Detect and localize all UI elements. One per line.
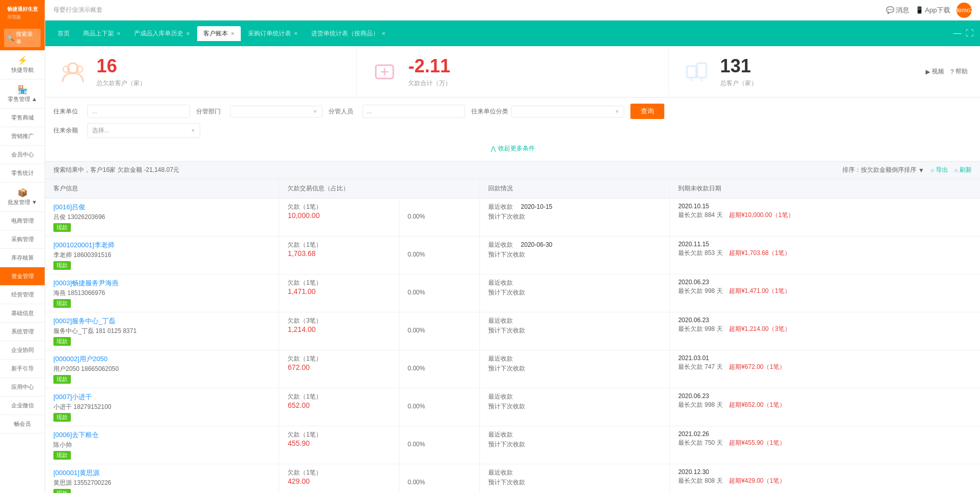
last-payment-label: 最近收款 xyxy=(488,393,513,400)
refresh-btn[interactable]: ○ 刷新 xyxy=(954,166,972,174)
sidebar-item-pifa[interactable]: 📦 批发管理 ▼ xyxy=(0,183,45,212)
overdue-amount[interactable]: 超期¥1,703.68（1笔） xyxy=(729,249,791,257)
overdue-info: 最长欠款 998 天 超期¥652.00（1笔） xyxy=(678,401,972,409)
tab-home[interactable]: 首页 xyxy=(51,26,76,41)
sidebar-item-xitong[interactable]: 系统管理 xyxy=(0,323,45,341)
sidebar-item-lingshoutj[interactable]: 零售统计 xyxy=(0,164,45,183)
overdue-amount[interactable]: 超期¥1,471.00（1笔） xyxy=(729,287,791,294)
refresh-label: 刷新 xyxy=(959,166,972,174)
debt-count-cell: 欠款（1笔） 429.00 xyxy=(279,464,399,494)
customer-name[interactable]: [0007]小进干 xyxy=(53,392,271,402)
unit-category-chevron: ▼ xyxy=(614,109,620,114)
collapse-filters-btn[interactable]: ⋀ 收起更多条件 xyxy=(53,142,972,155)
sidebar-item-shangcheng[interactable]: 零售商城 xyxy=(0,109,45,127)
app-download-btn[interactable]: 📱 App下载 xyxy=(915,6,950,15)
tab-purchase-stat[interactable]: 进货单统计表（按商品） ✕ xyxy=(305,26,392,41)
tab-purchase-order[interactable]: 采购订单统计表 ✕ xyxy=(242,26,304,41)
table-row: [0007]小进干 小进干 18279152100 现款 欠款（1笔） 652.… xyxy=(45,388,980,426)
table-row: [000002]用户2050 用户2050 18665062050 现款 欠款（… xyxy=(45,350,980,388)
next-payment: 预计下次收款 xyxy=(488,478,661,487)
svg-rect-6 xyxy=(690,77,693,82)
recovery-cell: 最近收款 预计下次收款 xyxy=(479,464,669,494)
balance-select[interactable]: 选择... ▼ xyxy=(87,123,200,138)
tab-customer-account[interactable]: 客户账本 ✕ xyxy=(197,26,241,41)
debt-amount[interactable]: 455.90 xyxy=(287,439,391,447)
sidebar-item-xinshou[interactable]: 新手引导 xyxy=(0,360,45,378)
tab-bar-maximize[interactable]: ⛶ xyxy=(966,29,974,38)
user-avatar[interactable]: demo2 xyxy=(956,3,972,18)
tab-goods-label: 商品上下架 xyxy=(83,29,114,38)
dept-select[interactable]: ▼ xyxy=(230,106,322,117)
overdue-amount[interactable]: 超期¥1,214.00（3笔） xyxy=(729,325,791,332)
sidebar-search[interactable]: 🔍 搜索菜单 xyxy=(0,26,45,50)
sidebar-item-changhui[interactable]: 畅会员 xyxy=(0,415,45,433)
tab-bar-minimize[interactable]: — xyxy=(953,29,962,38)
debt-amount[interactable]: 10,000.00 xyxy=(287,211,391,220)
sidebar-item-yingxiao[interactable]: 营销推广 xyxy=(0,127,45,146)
sidebar-item-zijin[interactable]: 资金管理 xyxy=(0,267,45,286)
debt-amount[interactable]: 429.00 xyxy=(287,477,391,485)
overdue-amount[interactable]: 超期¥672.00（1笔） xyxy=(729,363,785,370)
sidebar-item-qiye[interactable]: 企业协同 xyxy=(0,341,45,360)
sidebar-item-caigou[interactable]: 采购管理 xyxy=(0,230,45,249)
tab-production-close[interactable]: ✕ xyxy=(186,31,190,36)
recovery-info: 最近收款 xyxy=(488,279,661,287)
customer-name[interactable]: [000002]用户2050 xyxy=(53,354,271,364)
video-btn[interactable]: ▶ 视频 xyxy=(926,67,944,76)
debt-amount[interactable]: 672.00 xyxy=(287,363,391,371)
overdue-amount[interactable]: 超期¥652.00（1笔） xyxy=(729,401,785,408)
overdue-amount[interactable]: 超期¥10,000.00（1笔） xyxy=(729,211,794,219)
tab-goods[interactable]: 商品上下架 ✕ xyxy=(77,26,127,41)
svg-rect-5 xyxy=(697,63,706,77)
source-unit-input[interactable]: ... xyxy=(87,105,190,118)
sidebar-item-jingying[interactable]: 经营管理 xyxy=(0,286,45,304)
sidebar-item-huiyuan[interactable]: 会员中心 xyxy=(0,146,45,164)
customer-name[interactable]: [0016]吕俊 xyxy=(53,203,271,212)
recovery-info: 最近收款 2020-10-15 xyxy=(488,203,661,211)
debt-amount[interactable]: 1,703.68 xyxy=(287,249,391,258)
sidebar-nav: ⚡ 快捷导航 🏪 零售管理 ▲ 零售商城 营销推广 会员中心 零售统计 📦 批发… xyxy=(0,50,45,493)
sidebar-item-weixin[interactable]: 企业微信 xyxy=(0,397,45,415)
sidebar-item-dianshang[interactable]: 电商管理 xyxy=(0,212,45,230)
tab-purchase-stat-close[interactable]: ✕ xyxy=(381,31,386,36)
debt-percent: 0.00% xyxy=(408,479,471,486)
table-row: [0003]畅捷服务尹海燕 海燕 18513066976 现款 欠款（1笔） 1… xyxy=(45,274,980,312)
sidebar-item-lingshou[interactable]: 🏪 零售管理 ▲ xyxy=(0,80,45,109)
search-button[interactable]: 查询 xyxy=(630,104,664,119)
customer-name[interactable]: [0001020001]李老师 xyxy=(53,241,271,250)
tab-purchase-order-close[interactable]: ✕ xyxy=(294,31,298,36)
debt-percent: 0.00% xyxy=(408,441,471,448)
sort-btn[interactable]: 排序：按欠款金额倒序排序 ▼ xyxy=(842,166,925,174)
message-btn[interactable]: 💬 消息 xyxy=(886,6,909,15)
search-menu-box[interactable]: 🔍 搜索菜单 xyxy=(4,29,41,47)
debt-amount[interactable]: 652.00 xyxy=(287,401,391,409)
debt-amount[interactable]: 1,214.00 xyxy=(287,325,391,333)
recovery-cell: 最近收款 预计下次收款 xyxy=(479,350,669,388)
sidebar-item-changhui-label: 畅会员 xyxy=(2,420,43,428)
unit-category-select[interactable]: ▼ xyxy=(511,106,624,117)
person-input[interactable]: ... xyxy=(362,105,465,118)
debt-count-cell: 欠款（1笔） 672.00 xyxy=(279,350,399,388)
debt-percent-cell: 0.00% xyxy=(399,388,479,426)
customer-info-cell: [0002]服务中心_丁磊 服务中心_丁磊 181 0125 8371 现款 xyxy=(45,312,279,350)
export-btn[interactable]: ○ 导出 xyxy=(931,166,948,174)
sidebar-item-kucun[interactable]: 库存核算 xyxy=(0,249,45,267)
customer-name[interactable]: [000001]黄思源 xyxy=(53,468,271,478)
sidebar-item-jichu[interactable]: 基础信息 xyxy=(0,304,45,323)
table-row: [000001]黄思源 黄思源 13552700226 现款 欠款（1笔） 42… xyxy=(45,464,980,494)
stat-actions: ▶ 视频 ? 帮助 xyxy=(926,67,968,76)
customer-name[interactable]: [0006]去下粮仓 xyxy=(53,430,271,440)
overdue-amount[interactable]: 超期¥455.90（1笔） xyxy=(729,439,785,446)
sidebar-item-kuaijie[interactable]: ⚡ 快捷导航 xyxy=(0,50,45,80)
tab-goods-close[interactable]: ✕ xyxy=(117,31,121,36)
customer-name[interactable]: [0002]服务中心_丁磊 xyxy=(53,317,271,326)
tab-customer-account-close[interactable]: ✕ xyxy=(230,31,235,36)
sidebar-item-yingyong[interactable]: 应用中心 xyxy=(0,378,45,397)
balance-field: 往来余额 选择... ▼ xyxy=(53,123,200,138)
overdue-amount[interactable]: 超期¥429.00（1笔） xyxy=(729,477,785,484)
filter-bar: 往来单位 ... 分管部门 ▼ 分管人员 ... 往来单位分类 xyxy=(45,97,980,162)
help-btn[interactable]: ? 帮助 xyxy=(950,67,968,76)
debt-amount[interactable]: 1,471.00 xyxy=(287,287,391,295)
tab-production[interactable]: 产成品入库单历史 ✕ xyxy=(128,26,196,41)
customer-name[interactable]: [0003]畅捷服务尹海燕 xyxy=(53,279,271,288)
